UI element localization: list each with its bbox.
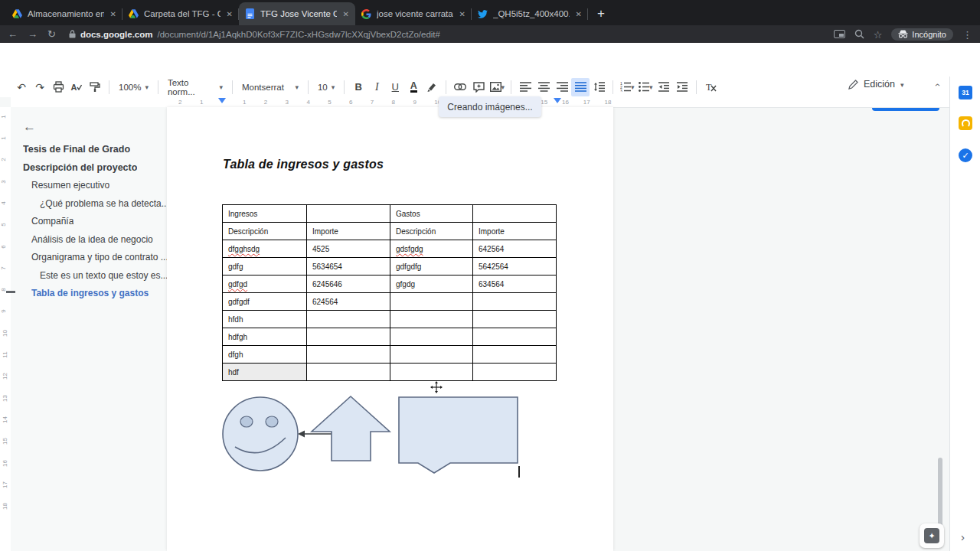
numbered-list-icon[interactable]: 123 <box>618 78 636 96</box>
zoom-select[interactable]: 100% <box>114 78 153 96</box>
paragraph-style-select[interactable]: Texto norm... <box>163 78 227 96</box>
url-field[interactable]: docs.google.com/document/d/1Aj1AqkhD0Kof… <box>69 30 824 39</box>
line-spacing-icon[interactable] <box>590 78 608 96</box>
insert-image-icon[interactable] <box>488 78 506 96</box>
table-cell[interactable] <box>473 311 557 328</box>
insert-comment-icon[interactable] <box>469 78 488 96</box>
align-right-icon[interactable] <box>553 78 571 96</box>
document-heading[interactable]: Tabla de ingresos y gastos <box>223 158 384 171</box>
zoom-icon[interactable] <box>854 29 864 39</box>
explore-button[interactable] <box>920 523 944 548</box>
table-cell[interactable]: 642564 <box>473 240 557 258</box>
rectangular-callout-shape[interactable] <box>399 397 518 473</box>
print-icon[interactable] <box>49 78 67 96</box>
paint-format-icon[interactable] <box>86 78 104 96</box>
outline-item[interactable]: Resumen ejecutivo <box>31 180 109 191</box>
table-cell[interactable] <box>473 346 557 364</box>
table-cell[interactable]: 6245646 <box>307 276 390 293</box>
back-icon[interactable] <box>8 29 18 39</box>
table-cell[interactable]: Gastos <box>390 205 473 223</box>
browser-tab[interactable]: jose vicente carratala - Búsque <box>355 2 472 25</box>
smiley-face-shape[interactable] <box>223 397 298 471</box>
table-cell[interactable] <box>473 328 557 346</box>
outline-item[interactable]: Compañía <box>31 216 74 227</box>
hide-side-panel-icon[interactable] <box>961 530 965 543</box>
table-cell[interactable] <box>307 311 390 328</box>
table-cell[interactable] <box>390 346 473 364</box>
undo-icon[interactable] <box>12 78 31 96</box>
table-cell[interactable]: Importe <box>473 223 557 240</box>
editing-mode-select[interactable]: Edición <box>848 79 904 90</box>
forward-icon[interactable] <box>28 29 38 39</box>
tab-close-icon[interactable] <box>226 10 234 18</box>
table-cell[interactable]: hfdh <box>223 311 307 328</box>
table-cell[interactable]: hdfgh <box>223 328 307 346</box>
table-cell[interactable]: 5634654 <box>307 258 390 276</box>
browser-tab[interactable]: _QH5i5tz_400x400.jpg (400×4 <box>472 2 588 25</box>
bulleted-list-icon[interactable] <box>636 78 655 96</box>
outline-item[interactable]: Tabla de ingresos y gastos <box>31 288 149 298</box>
media-control-icon[interactable] <box>834 30 845 38</box>
align-left-icon[interactable] <box>516 78 534 96</box>
table-cell[interactable]: Descripción <box>390 223 473 240</box>
outline-item[interactable]: Tesis de Final de Grado <box>23 144 130 155</box>
drawing-shapes[interactable] <box>218 392 540 484</box>
table-cell[interactable] <box>473 293 557 311</box>
font-select[interactable]: Montserrat <box>237 78 303 96</box>
table-cell[interactable]: gdsfgdg <box>390 240 473 258</box>
outline-item[interactable]: Este es un texto que estoy es... <box>40 270 168 281</box>
table-cell[interactable]: 4525 <box>307 240 390 258</box>
table-cell[interactable] <box>390 364 473 381</box>
tab-close-icon[interactable] <box>575 10 583 18</box>
table-cell[interactable]: 624564 <box>307 293 390 311</box>
table-cell[interactable]: dfgh <box>223 346 307 364</box>
table-cell[interactable]: gdfgdfg <box>390 258 473 276</box>
justify-icon[interactable] <box>571 78 590 96</box>
table-cell[interactable] <box>307 205 390 223</box>
table-cell[interactable]: hdf <box>223 364 307 381</box>
outline-item[interactable]: Descripción del proyecto <box>23 162 137 173</box>
new-tab-button[interactable] <box>591 4 611 24</box>
indent-marker-left[interactable] <box>218 98 226 103</box>
outline-item[interactable]: Organigrama y tipo de contrato ... <box>31 252 168 262</box>
keep-icon[interactable] <box>959 116 972 130</box>
table-cell[interactable]: gdfgd <box>223 276 307 293</box>
vertical-ruler[interactable]: 1123456789101112131415161718 <box>0 107 11 551</box>
tab-close-icon[interactable] <box>459 10 466 18</box>
calendar-icon[interactable]: 31 <box>959 86 972 99</box>
table-cell[interactable]: gdfgdf <box>223 293 307 311</box>
browser-tab[interactable]: TFG Jose Vicente Carratala - D <box>239 2 355 25</box>
table-cell[interactable]: Ingresos <box>223 205 307 223</box>
font-size-select[interactable]: 10 <box>313 78 339 96</box>
indent-marker-right[interactable] <box>554 98 561 103</box>
close-outline-icon[interactable] <box>23 119 36 135</box>
browser-menu-icon[interactable] <box>962 28 972 41</box>
italic-icon[interactable]: I <box>368 78 386 96</box>
table-cell[interactable]: dfgghsdg <box>223 240 307 258</box>
tab-close-icon[interactable] <box>109 10 117 18</box>
table-cell[interactable] <box>390 293 473 311</box>
browser-tab[interactable]: Carpeta del TFG - Google Driv <box>122 2 239 25</box>
table-cell[interactable] <box>307 364 390 381</box>
table-cell[interactable]: gdfg <box>223 258 307 276</box>
decrease-indent-icon[interactable] <box>655 78 673 96</box>
redo-icon[interactable] <box>31 78 49 96</box>
outline-item[interactable]: Análisis de la idea de negocio <box>31 234 153 245</box>
spellcheck-icon[interactable]: A <box>67 78 86 96</box>
table-cell[interactable] <box>473 364 557 381</box>
clear-formatting-icon[interactable]: T <box>701 78 720 96</box>
underline-icon[interactable]: U <box>386 78 404 96</box>
table-cell[interactable] <box>473 205 557 223</box>
table-cell[interactable]: gfgdg <box>390 276 473 293</box>
table-cell[interactable]: 5642564 <box>473 258 557 276</box>
reload-icon[interactable] <box>47 29 56 39</box>
table-cell[interactable] <box>307 328 390 346</box>
browser-tab[interactable]: Almacenamiento en la nube pa <box>6 2 122 25</box>
table-cell[interactable] <box>390 311 473 328</box>
tab-close-icon[interactable] <box>342 10 350 18</box>
block-arrow-up-shape[interactable] <box>312 396 390 461</box>
highlight-color-icon[interactable] <box>423 78 441 96</box>
increase-indent-icon[interactable] <box>673 78 691 96</box>
outline-item[interactable]: ¿Qué problema se ha detecta... <box>40 198 169 209</box>
align-center-icon[interactable] <box>534 78 553 96</box>
